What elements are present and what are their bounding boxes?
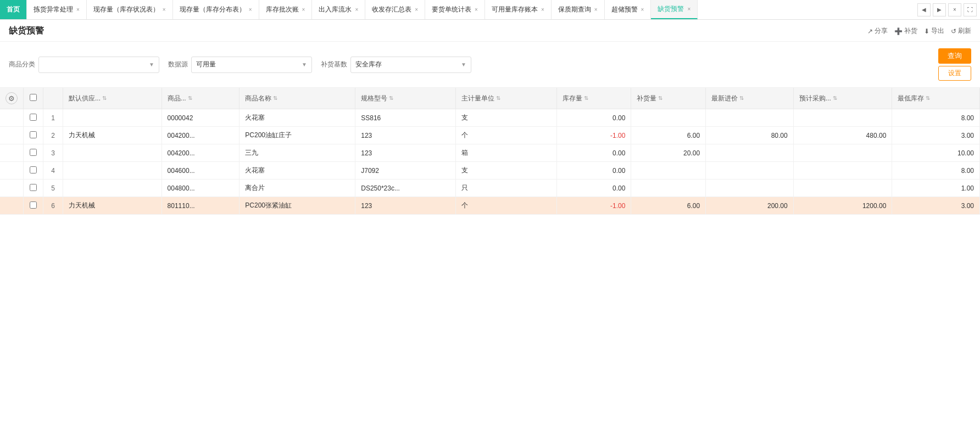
th-unit[interactable]: 主计量单位 ⇅ [456, 88, 557, 109]
settings-button[interactable]: 设置 [938, 66, 971, 81]
th-checkbox[interactable] [24, 88, 43, 109]
row-replenish-qty [631, 162, 706, 180]
refresh-label: 刷新 [958, 26, 971, 36]
category-select[interactable]: ▼ [38, 57, 159, 73]
row-min-stock: 10.00 [892, 144, 980, 162]
row-product-name: 火花塞 [240, 109, 355, 127]
table-row[interactable]: 10000042火花塞SS816支0.008.00 [0, 109, 980, 127]
row-est-purchase [793, 144, 892, 162]
tab-item-collect[interactable]: 收发存汇总表× [365, 0, 425, 19]
row-checkbox-cell[interactable] [24, 127, 43, 144]
filter-action-buttons: 查询 设置 [938, 48, 971, 81]
tab-close-abnormal[interactable]: × [76, 7, 80, 13]
refresh-icon: ↺ [951, 27, 956, 35]
th-min-stock[interactable]: 最低库存 ⇅ [892, 88, 980, 109]
select-all-checkbox[interactable] [30, 94, 37, 101]
tab-label-shortage: 缺货预警 [658, 4, 684, 14]
tab-next-button[interactable]: ▶ [933, 3, 946, 16]
th-replenish-qty-label: 补货量 [637, 94, 656, 103]
row-checkbox-cell[interactable] [24, 197, 43, 215]
row-checkbox-cell[interactable] [24, 162, 43, 180]
row-checkbox[interactable] [30, 201, 37, 209]
th-min-stock-label: 最低库存 [898, 94, 924, 103]
row-checkbox-cell[interactable] [24, 144, 43, 162]
row-checkbox[interactable] [30, 166, 37, 173]
row-checkbox-cell[interactable] [24, 180, 43, 197]
th-supplier[interactable]: 默认供应... ⇅ [63, 88, 162, 109]
tab-close-all-button[interactable]: × [948, 3, 961, 16]
tab-close-inout[interactable]: × [355, 7, 358, 13]
row-spec: SS816 [355, 109, 456, 127]
tab-item-home[interactable]: 首页 [0, 0, 27, 19]
category-label: 商品分类 [9, 60, 35, 69]
tab-close-expiry[interactable]: × [594, 7, 598, 13]
tab-close-demand[interactable]: × [475, 7, 478, 13]
table-row[interactable]: 6力天机械801110...PC200张紧油缸123个-1.006.00200.… [0, 197, 980, 215]
tab-close-overstock[interactable]: × [641, 7, 644, 13]
tab-label-abnormal: 拣货异常处理 [34, 5, 73, 14]
tab-close-available[interactable]: × [541, 7, 544, 13]
datasource-select[interactable]: 可用量 ▼ [191, 57, 312, 73]
tab-nav-buttons: ◀ ▶ × ⛶ [914, 3, 980, 16]
row-spec: 123 [355, 144, 456, 162]
row-checkbox[interactable] [30, 114, 37, 121]
row-product-code: 004800... [162, 180, 240, 197]
row-checkbox[interactable] [30, 184, 37, 191]
tab-bar: 首页拣货异常处理×现存量（库存状况表）×现存量（库存分布表）×库存批次账×出入库… [0, 0, 980, 20]
category-filter-group: 商品分类 ▼ [9, 57, 159, 73]
tab-close-stock-dist[interactable]: × [249, 7, 252, 13]
tab-item-batch[interactable]: 库存批次账× [259, 0, 313, 19]
th-stock[interactable]: 库存量 ⇅ [556, 88, 631, 109]
th-est-purchase[interactable]: 预计采购... ⇅ [793, 88, 892, 109]
page-content: 缺货预警 ↗ 分享 ➕ 补货 ⬇ 导出 ↺ 刷新 商品分类 [0, 20, 980, 437]
replenish-select[interactable]: 安全库存 ▼ [350, 57, 471, 73]
row-checkbox[interactable] [30, 131, 37, 138]
tab-close-collect[interactable]: × [415, 7, 418, 13]
tab-item-stock-status[interactable]: 现存量（库存状况表）× [87, 0, 173, 19]
row-unit: 箱 [456, 144, 557, 162]
row-unit: 个 [456, 127, 557, 144]
row-gear-cell [0, 162, 24, 180]
table-row[interactable]: 5004800...离合片DS250*23c...只0.001.00 [0, 180, 980, 197]
tab-item-abnormal[interactable]: 拣货异常处理× [27, 0, 87, 19]
row-number: 5 [43, 180, 63, 197]
replenish-button[interactable]: ➕ 补货 [894, 26, 917, 36]
row-unit: 只 [456, 180, 557, 197]
tab-item-expiry[interactable]: 保质期查询× [552, 0, 605, 19]
tab-close-shortage[interactable]: × [687, 6, 691, 12]
tab-item-overstock[interactable]: 超储预警× [605, 0, 652, 19]
tab-item-demand[interactable]: 要货单统计表× [425, 0, 485, 19]
row-checkbox[interactable] [30, 149, 37, 156]
tab-item-shortage[interactable]: 缺货预警× [651, 0, 698, 19]
query-button[interactable]: 查询 [938, 48, 971, 64]
th-gear[interactable]: ⚙ [0, 88, 24, 109]
category-arrow-icon: ▼ [149, 61, 154, 68]
replenish-label: 补货 [904, 26, 917, 36]
row-replenish-qty [631, 109, 706, 127]
th-product-code[interactable]: 商品... ⇅ [162, 88, 240, 109]
tab-item-stock-dist[interactable]: 现存量（库存分布表）× [173, 0, 259, 19]
table-row[interactable]: 3004200...三九123箱0.0020.0010.00 [0, 144, 980, 162]
refresh-button[interactable]: ↺ 刷新 [951, 26, 971, 36]
tab-expand-button[interactable]: ⛶ [964, 3, 977, 16]
table-wrapper: ⚙ 默认供应... ⇅ 商品... [0, 88, 980, 215]
th-replenish-qty[interactable]: 补货量 ⇅ [631, 88, 706, 109]
table-row[interactable]: 2力天机械004200...PC200油缸庄子123个-1.006.0080.0… [0, 127, 980, 144]
row-checkbox-cell[interactable] [24, 109, 43, 127]
row-number: 6 [43, 197, 63, 215]
th-latest-price-sort-icon: ⇅ [739, 96, 744, 101]
th-product-name[interactable]: 商品名称 ⇅ [240, 88, 355, 109]
table-row[interactable]: 4004600...火花塞J7092支0.008.00 [0, 162, 980, 180]
share-button[interactable]: ↗ 分享 [867, 26, 888, 36]
datasource-arrow-icon: ▼ [302, 61, 307, 68]
tab-close-batch[interactable]: × [302, 7, 305, 13]
tab-close-stock-status[interactable]: × [163, 7, 166, 13]
row-product-name: 三九 [240, 144, 355, 162]
tab-item-available[interactable]: 可用量库存账本× [485, 0, 552, 19]
tab-prev-button[interactable]: ◀ [917, 3, 931, 16]
tab-item-inout[interactable]: 出入库流水× [312, 0, 365, 19]
export-button[interactable]: ⬇ 导出 [924, 26, 944, 36]
th-spec[interactable]: 规格型号 ⇅ [355, 88, 456, 109]
th-latest-price[interactable]: 最新进价 ⇅ [706, 88, 794, 109]
data-table: ⚙ 默认供应... ⇅ 商品... [0, 88, 980, 215]
